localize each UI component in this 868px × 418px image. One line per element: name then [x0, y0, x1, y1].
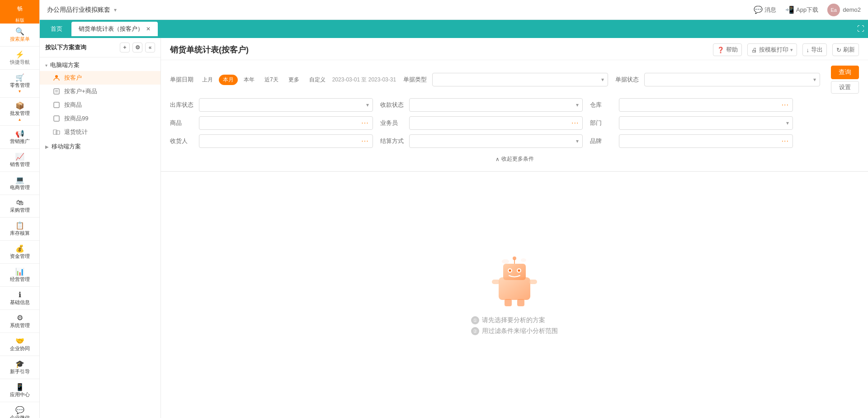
svg-point-23 [521, 258, 526, 262]
sidebar-operation-label: 经营管理 [10, 276, 30, 283]
scheme-item-goods-99[interactable]: 按商品99 [40, 112, 160, 125]
sidebar-system-label: 系统管理 [10, 322, 30, 329]
sidebar-item-system[interactable]: ⚙ 系统管理 [0, 310, 40, 333]
settings-btn[interactable]: 设置 [831, 81, 859, 94]
date-btn-last7[interactable]: 近7天 [260, 75, 283, 85]
salesperson-input[interactable]: ··· [409, 116, 583, 130]
order-type-select[interactable]: ▾ [432, 73, 608, 86]
panel-collapse-btn[interactable]: « [145, 43, 155, 52]
tab-expand-btn[interactable]: ⛶ [857, 25, 864, 33]
goods-input[interactable]: ··· [199, 116, 373, 130]
scheme-item-customer-goods-label: 按客户+商品 [64, 87, 97, 95]
order-type-chevron: ▾ [601, 76, 604, 83]
out-status-select[interactable]: ▾ [199, 98, 373, 112]
date-filter: 上月 本月 本年 近7天 更多 自定义 [198, 75, 330, 85]
svg-rect-11 [503, 264, 526, 280]
filter-row-4: 收货人 ··· 结算方式 ▾ 品牌 [170, 134, 859, 148]
header-left: 办公用品行业模拟账套 ▾ [47, 6, 117, 14]
sidebar-item-ecommerce[interactable]: 💻 电商管理 [0, 172, 40, 195]
message-btn[interactable]: 💬 消息 [754, 5, 776, 14]
scheme-item-return-stat[interactable]: 退货统计 [40, 125, 160, 139]
sidebar-item-app-center[interactable]: 📱 应用中心 [0, 379, 40, 402]
sidebar-item-inventory[interactable]: 📋 库存核算 [0, 218, 40, 241]
date-btn-custom[interactable]: 自定义 [305, 75, 330, 85]
help-btn[interactable]: ❓ 帮助 [713, 43, 742, 56]
mobile-scheme-group[interactable]: ▶ 移动端方案 [40, 141, 160, 152]
payment-status-label: 收款状态 [380, 101, 406, 109]
main-area: 办公用品行业模拟账套 ▾ 💬 消息 📲 App下载 Ea demo2 首页 [40, 0, 868, 418]
filter-area: 单据日期 上月 本月 本年 近7天 更多 自定义 2023-03-01 至 20… [161, 60, 868, 171]
panel-add-btn[interactable]: + [120, 43, 130, 52]
query-btn[interactable]: 查询 [831, 66, 859, 79]
svg-rect-7 [54, 116, 59, 121]
user-name: demo2 [843, 6, 861, 13]
filter-receiver-item: 收货人 ··· [170, 134, 373, 148]
logo-icon: 畅 [12, 0, 28, 16]
sidebar-item-purchase[interactable]: 🛍 采购管理 [0, 195, 40, 218]
date-btn-more[interactable]: 更多 [284, 75, 303, 85]
app-logo[interactable]: 畅 标版 [0, 0, 40, 24]
title-dropdown-icon[interactable]: ▾ [114, 7, 117, 13]
sidebar-item-quick-nav[interactable]: ⚡ 快捷导航 [0, 47, 40, 70]
date-btn-last-month[interactable]: 上月 [198, 75, 217, 85]
refresh-icon: ↻ [836, 47, 841, 53]
filter-settlement-item: 结算方式 ▾ [380, 134, 583, 148]
desktop-scheme-group[interactable]: ▾ 电脑端方案 [40, 59, 160, 71]
print-btn[interactable]: 🖨 按模板打印 ▾ [747, 43, 797, 56]
sidebar-item-sales[interactable]: 📈 销售管理 [0, 149, 40, 172]
app-download-btn[interactable]: 📲 App下载 [785, 5, 818, 14]
payment-status-select[interactable]: ▾ [409, 98, 583, 112]
sidebar-item-enterprise-wechat[interactable]: 💬 企业微信 [0, 402, 40, 418]
goods-label: 商品 [170, 119, 195, 127]
sidebar-item-retail[interactable]: 🛒 零售管理 ▾ [0, 70, 40, 98]
gear-icon: ⚙ [135, 44, 140, 51]
sidebar-inventory-label: 库存核算 [10, 230, 30, 237]
desktop-scheme-section: ▾ 电脑端方案 按客户 按客户+商品 [40, 57, 160, 141]
settlement-label: 结算方式 [380, 137, 406, 145]
receiver-input[interactable]: ··· [199, 134, 373, 148]
user-profile-btn[interactable]: Ea demo2 [827, 4, 861, 16]
panel-settings-btn[interactable]: ⚙ [132, 43, 142, 52]
scheme-item-customer-goods[interactable]: 按客户+商品 [40, 85, 160, 98]
sidebar-quicknav-label: 快捷导航 [2, 59, 38, 66]
sidebar-item-enterprise[interactable]: 🤝 企业协同 [0, 333, 40, 356]
export-btn[interactable]: ↓ 导出 [802, 43, 827, 56]
sidebar-item-newbie[interactable]: 🎓 新手引导 [0, 356, 40, 379]
tab-close-btn[interactable]: ✕ [146, 26, 151, 32]
brand-input[interactable]: ··· [619, 134, 793, 148]
date-btn-this-year[interactable]: 本年 [240, 75, 259, 85]
help-label: 帮助 [726, 46, 738, 54]
tab-home[interactable]: 首页 [43, 22, 70, 36]
date-btn-this-month[interactable]: 本月 [219, 75, 238, 85]
settlement-select[interactable]: ▾ [409, 134, 583, 148]
page-title: 销货单统计表(按客户) [170, 44, 249, 55]
content-area: 按以下方案查询 + ⚙ « ▾ 电脑端方案 [40, 38, 868, 418]
scheme-item-goods-label: 按商品 [64, 101, 82, 109]
order-status-select[interactable]: ▾ [644, 73, 820, 86]
sidebar-item-operation[interactable]: 📊 经营管理 [0, 264, 40, 287]
sidebar-item-wholesale[interactable]: 📦 批发管理 ▴ [0, 98, 40, 126]
scheme-item-by-customer[interactable]: 按客户 [40, 71, 160, 85]
tab-sales-stat[interactable]: 销货单统计表（按客户） ✕ [71, 22, 158, 36]
hint-num-1: ① [471, 316, 479, 324]
department-select[interactable]: ▾ [619, 116, 793, 130]
out-status-label: 出库状态 [170, 101, 195, 109]
filter-order-type-item: 单据类型 ▾ [403, 73, 608, 86]
filter-department-item: 部门 ▾ [590, 116, 793, 130]
filter-brand-item: 品牌 ··· [590, 134, 793, 148]
date-range-display: 2023-03-01 至 2023-03-31 [332, 76, 396, 84]
order-status-chevron: ▾ [813, 76, 816, 83]
sidebar-sales-label: 销售管理 [10, 161, 30, 168]
refresh-btn[interactable]: ↻ 刷新 [832, 43, 859, 56]
sidebar-item-basic[interactable]: ℹ 基础信息 [0, 287, 40, 310]
empty-hint-item-2: ② 用过滤条件来缩小分析范围 [471, 327, 558, 335]
mobile-group-label: 移动端方案 [52, 142, 81, 151]
warehouse-input[interactable]: ··· [619, 98, 793, 112]
message-label: 消息 [764, 6, 776, 14]
sidebar-item-marketing[interactable]: 📢 营销推广 [0, 126, 40, 149]
scheme-item-by-goods[interactable]: 按商品 [40, 98, 160, 112]
collapse-more-btn[interactable]: ∧ 收起更多条件 [170, 152, 859, 166]
sidebar-item-finance[interactable]: 💰 资金管理 [0, 241, 40, 264]
sidebar-item-search[interactable]: 🔍 搜索菜单 [0, 24, 40, 47]
sidebar-newbie-label: 新手引导 [10, 368, 30, 375]
